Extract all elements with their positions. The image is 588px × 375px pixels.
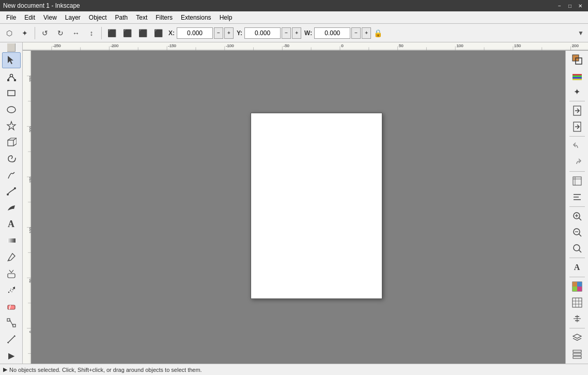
rt-swatches[interactable] — [568, 68, 586, 83]
w-increment[interactable]: + — [362, 27, 371, 39]
restore-button[interactable]: □ — [565, 1, 575, 10]
rt-zoom-fit[interactable] — [568, 241, 586, 256]
tb-select[interactable]: ⬡ — [2, 26, 17, 40]
menu-help[interactable]: Help — [215, 13, 237, 22]
tb-align-bottom[interactable]: ⬛ — [151, 26, 165, 40]
rt-align[interactable] — [568, 189, 586, 205]
bucket-tool[interactable] — [2, 266, 21, 282]
tb-flip-v[interactable]: ↕ — [84, 26, 99, 40]
toolbar-expand[interactable]: ▼ — [576, 28, 586, 38]
svg-rect-58 — [23, 51, 31, 364]
ellipse-tool[interactable] — [2, 101, 21, 117]
y-input[interactable] — [244, 27, 281, 39]
rt-layers[interactable] — [568, 330, 586, 346]
text-tool[interactable]: A — [2, 216, 21, 232]
dropper-tool[interactable] — [2, 249, 21, 265]
document-page — [251, 113, 382, 299]
menu-object[interactable]: Object — [85, 13, 111, 22]
y-decrement[interactable]: − — [282, 27, 291, 39]
svg-point-7 — [7, 193, 9, 196]
menu-edit[interactable]: Edit — [20, 13, 39, 22]
svg-marker-5 — [7, 122, 16, 130]
eraser-tool[interactable] — [2, 298, 21, 314]
minimize-button[interactable]: − — [555, 1, 564, 10]
w-label: W: — [304, 29, 312, 37]
rt-zoom-out[interactable] — [568, 224, 586, 240]
rt-xml-editor[interactable] — [568, 173, 586, 189]
canvas-container: -250 -200 -150 -100 -50 0 50 — [23, 42, 588, 364]
node-tool[interactable] — [2, 69, 21, 85]
y-label: Y: — [237, 29, 242, 37]
svg-text:0: 0 — [341, 44, 343, 48]
rt-fill-stroke[interactable] — [568, 52, 586, 67]
tb-rotate-left[interactable]: ↺ — [38, 26, 52, 40]
menu-file[interactable]: File — [2, 13, 20, 22]
rt-objects[interactable] — [568, 346, 586, 362]
svg-point-12 — [8, 291, 9, 292]
connector-tool[interactable] — [2, 315, 21, 331]
tb-align-center[interactable]: ⬛ — [120, 26, 134, 40]
spray-tool[interactable] — [2, 282, 21, 298]
svg-point-8 — [14, 187, 16, 189]
x-increment[interactable]: + — [224, 27, 234, 39]
tb-align-left[interactable]: ⬛ — [104, 26, 119, 40]
spiral-tool[interactable] — [2, 151, 21, 167]
svg-rect-109 — [572, 298, 582, 307]
star-tool[interactable] — [2, 118, 21, 134]
w-input[interactable] — [314, 27, 350, 39]
menu-layer[interactable]: Layer — [61, 13, 85, 22]
svg-text:50: 50 — [399, 44, 404, 48]
left-toolbar: A ▶ — [0, 42, 23, 364]
svg-point-102 — [574, 245, 580, 251]
gradient-tool[interactable] — [2, 233, 21, 249]
rt-text[interactable]: A — [568, 260, 586, 275]
lock-icon[interactable]: 🔒 — [372, 27, 383, 39]
close-button[interactable]: ✕ — [576, 1, 585, 10]
window-controls: − □ ✕ — [555, 1, 585, 10]
rect-tool[interactable] — [2, 85, 21, 101]
svg-text:✦: ✦ — [574, 87, 580, 96]
measure-tool[interactable] — [2, 331, 21, 347]
3dbox-tool[interactable] — [2, 134, 21, 151]
rt-export[interactable] — [568, 119, 586, 134]
rt-sep-7 — [569, 328, 585, 328]
svg-line-103 — [579, 250, 581, 252]
svg-rect-107 — [572, 287, 577, 291]
tb-rotate-right[interactable]: ↻ — [53, 26, 68, 40]
svg-line-22 — [8, 336, 15, 343]
statusbar: ▶ No objects selected. Click, Shift+clic… — [0, 364, 588, 375]
y-increment[interactable]: + — [292, 27, 301, 39]
rt-undo-history[interactable] — [568, 138, 586, 154]
menu-extensions[interactable]: Extensions — [177, 13, 215, 22]
menu-path[interactable]: Path — [111, 13, 132, 22]
rt-zoom-in[interactable] — [568, 208, 586, 224]
x-input[interactable] — [177, 27, 213, 39]
svg-point-15 — [10, 289, 11, 290]
w-decrement[interactable]: − — [351, 27, 361, 39]
rt-color-manage[interactable] — [568, 279, 586, 294]
rt-snap[interactable] — [568, 311, 586, 326]
rt-redo-history[interactable] — [568, 154, 586, 170]
tb-node[interactable]: ✦ — [18, 26, 32, 40]
selector-tool[interactable] — [2, 52, 21, 68]
canvas[interactable] — [31, 51, 565, 364]
calligraphy-tool[interactable] — [2, 200, 21, 216]
menu-text[interactable]: Text — [132, 13, 151, 22]
tb-flip-h[interactable]: ↔ — [69, 26, 83, 40]
titlebar: New document 1 - Inkscape − □ ✕ — [0, 0, 588, 11]
statusbar-expand[interactable]: ▶ — [3, 366, 7, 373]
statusbar-text: No objects selected. Click, Shift+click,… — [9, 367, 202, 373]
rt-symbols[interactable]: ✦ — [568, 84, 586, 99]
tb-align-top[interactable]: ⬛ — [135, 26, 150, 40]
rt-grid[interactable] — [568, 295, 586, 310]
rt-import[interactable] — [568, 103, 586, 118]
toolbar-expand-left[interactable]: ▶ — [2, 348, 21, 364]
menu-view[interactable]: View — [39, 13, 61, 22]
x-decrement[interactable]: − — [214, 27, 223, 39]
pencil-tool[interactable] — [2, 167, 21, 183]
rt-sep-5 — [569, 258, 585, 258]
svg-rect-105 — [572, 282, 577, 287]
pen-tool[interactable] — [2, 184, 21, 200]
menu-filters[interactable]: Filters — [151, 13, 177, 22]
svg-text:100: 100 — [456, 44, 463, 48]
